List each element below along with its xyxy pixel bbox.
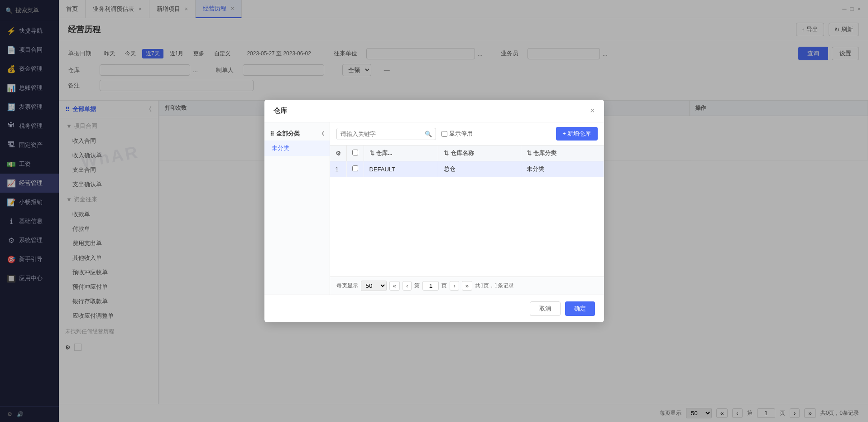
cancel-button[interactable]: 取消 <box>530 301 561 316</box>
all-categories-icon: ⠿ <box>270 131 274 137</box>
dialog-sidebar-collapse[interactable]: 《 <box>319 130 324 138</box>
search-icon[interactable]: 🔍 <box>421 128 436 140</box>
row-name: 总仓 <box>438 161 521 177</box>
dialog-sidebar-header: ⠿ 全部分类 《 <box>264 127 330 141</box>
dialog-close-button[interactable]: × <box>590 106 595 116</box>
dialog-per-page-label: 每页显示 <box>336 282 358 290</box>
dialog-sidebar-item-uncategorized[interactable]: 未分类 <box>264 141 330 156</box>
dialog-page-input[interactable] <box>422 281 439 291</box>
dialog-first-page[interactable]: « <box>389 281 400 291</box>
sort-icon-3: ⇅ <box>527 150 532 156</box>
dialog-prev-page[interactable]: ‹ <box>403 281 412 291</box>
select-all-checkbox[interactable] <box>352 150 358 155</box>
dialog-table: ⚙ ⇅ 仓库... ⇅ 仓库名称 <box>330 146 604 177</box>
dialog-table-wrap: ⚙ ⇅ 仓库... ⇅ 仓库名称 <box>330 146 604 276</box>
col-settings[interactable]: ⚙ <box>330 146 347 161</box>
dialog-total-label: 共1页，1条记录 <box>475 282 513 290</box>
show-disabled-label[interactable]: 显示停用 <box>441 130 473 138</box>
all-categories-label: 全部分类 <box>276 130 300 138</box>
dialog-footer-bar: 每页显示 50 100 « ‹ 第 页 › » 共1页，1条记录 <box>330 276 604 295</box>
dialog-page-suffix: 页 <box>441 282 447 290</box>
dialog-search-box: 🔍 <box>336 128 436 140</box>
col-warehouse-category-label: 仓库分类 <box>533 150 556 156</box>
row-category: 未分类 <box>521 161 604 177</box>
dialog-overlay: 仓库 × ⠿ 全部分类 《 未分类 <box>0 0 868 422</box>
sort-icon-2: ⇅ <box>444 150 449 156</box>
row-num: 1 <box>330 161 347 177</box>
dialog-next-page[interactable]: › <box>450 281 459 291</box>
col-warehouse-code[interactable]: ⇅ 仓库... <box>364 146 438 161</box>
dialog-sidebar: ⠿ 全部分类 《 未分类 <box>264 122 330 295</box>
row-checkbox[interactable] <box>352 165 358 171</box>
sort-icon: ⇅ <box>369 150 374 156</box>
dialog-per-page-select[interactable]: 50 100 <box>361 281 387 291</box>
row-checkbox-cell[interactable] <box>346 161 364 177</box>
dialog-title: 仓库 <box>273 107 287 115</box>
col-warehouse-code-label: 仓库... <box>376 150 393 156</box>
col-warehouse-category[interactable]: ⇅ 仓库分类 <box>521 146 604 161</box>
col-checkbox-header <box>346 146 364 161</box>
dialog-body: ⠿ 全部分类 《 未分类 🔍 <box>264 122 604 295</box>
show-disabled-checkbox[interactable] <box>441 131 447 137</box>
show-disabled-text: 显示停用 <box>449 130 473 138</box>
dialog-table-row-1[interactable]: 1 DEFAULT 总仓 未分类 <box>330 161 604 177</box>
dialog-last-page[interactable]: » <box>462 281 472 291</box>
add-warehouse-button[interactable]: + 新增仓库 <box>556 127 597 141</box>
dialog-table-header-row: ⚙ ⇅ 仓库... ⇅ 仓库名称 <box>330 146 604 161</box>
col-warehouse-name-label: 仓库名称 <box>451 150 474 156</box>
dialog-actions: 取消 确定 <box>264 295 604 322</box>
dialog-search-input[interactable] <box>337 128 421 140</box>
confirm-button[interactable]: 确定 <box>565 301 595 316</box>
dialog-main: 🔍 显示停用 + 新增仓库 ⚙ <box>330 122 604 295</box>
dialog-header: 仓库 × <box>264 100 604 122</box>
row-code: DEFAULT <box>364 161 438 177</box>
warehouse-dialog: 仓库 × ⠿ 全部分类 《 未分类 <box>264 100 604 322</box>
dialog-pagination: 每页显示 50 100 « ‹ 第 页 › » 共1页，1条记录 <box>336 281 514 291</box>
dialog-page-label: 第 <box>414 282 420 290</box>
dialog-toolbar: 🔍 显示停用 + 新增仓库 <box>330 122 604 146</box>
col-warehouse-name[interactable]: ⇅ 仓库名称 <box>438 146 521 161</box>
